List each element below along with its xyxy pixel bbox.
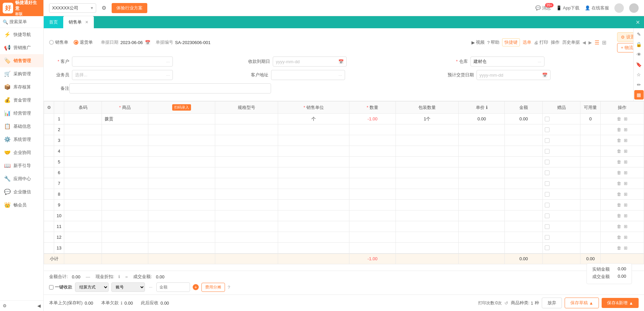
- company-selector[interactable]: XXXXXX公司 ▾: [49, 3, 96, 13]
- trial-button[interactable]: 体验行业方案: [112, 3, 147, 13]
- fee-split-help-icon[interactable]: ?: [228, 285, 230, 290]
- delete-icon[interactable]: 🗑: [617, 224, 621, 229]
- row-spec[interactable]: [215, 210, 278, 221]
- settings-icon[interactable]: ⚙: [100, 3, 108, 12]
- quick-pay-check[interactable]: [49, 285, 53, 289]
- copy-icon[interactable]: ⊞: [624, 170, 628, 175]
- row-barcode[interactable]: [64, 124, 102, 135]
- row-spec[interactable]: [215, 189, 278, 200]
- collapse-icon[interactable]: ◀: [37, 303, 41, 308]
- sidebar-search[interactable]: 🔍 搜索菜单: [0, 16, 43, 28]
- right-eye-icon[interactable]: 👁: [634, 50, 644, 59]
- row-gift[interactable]: [542, 146, 580, 157]
- row-qty[interactable]: [349, 157, 395, 167]
- row-price[interactable]: [459, 232, 505, 243]
- payment-method-select[interactable]: 结算方式: [75, 282, 109, 292]
- list-view-icon[interactable]: ☰: [595, 39, 599, 46]
- row-qty[interactable]: -1.00: [349, 114, 395, 124]
- copy-icon[interactable]: ⊞: [624, 116, 628, 121]
- copy-icon[interactable]: ⊞: [624, 159, 628, 164]
- copy-icon[interactable]: ⊞: [624, 224, 628, 229]
- row-qty[interactable]: [349, 221, 395, 232]
- row-spec[interactable]: [215, 124, 278, 135]
- row-spec[interactable]: [215, 221, 278, 232]
- col-settings[interactable]: ⚙: [44, 102, 54, 114]
- row-pkg-qty[interactable]: 1个: [395, 114, 458, 124]
- row-amount[interactable]: [505, 210, 542, 221]
- row-pkg-qty[interactable]: [395, 135, 458, 146]
- radio-return-order[interactable]: 退货单: [74, 39, 93, 45]
- row-pkg-qty[interactable]: [395, 200, 458, 210]
- row-unit[interactable]: [278, 210, 349, 221]
- sidebar-item-member[interactable]: 👑 畅会员: [0, 198, 43, 211]
- copy-icon[interactable]: ⊞: [624, 192, 628, 197]
- select-btn[interactable]: 选单: [523, 39, 531, 45]
- row-barcode[interactable]: [64, 114, 102, 124]
- row-price[interactable]: [459, 135, 505, 146]
- prev-icon[interactable]: ◀: [582, 40, 586, 45]
- radio-sale-order[interactable]: 销售单: [49, 39, 68, 45]
- row-amount[interactable]: [505, 167, 542, 178]
- row-amount[interactable]: [505, 178, 542, 189]
- sidebar-item-inventory[interactable]: 📦 库存核算: [0, 80, 43, 93]
- sidebar-item-marketing[interactable]: 📢 营销推广: [0, 41, 43, 54]
- row-gift[interactable]: [542, 221, 580, 232]
- tab-home[interactable]: 首页: [44, 16, 63, 28]
- delete-icon[interactable]: 🗑: [617, 213, 621, 218]
- row-price[interactable]: [459, 146, 505, 157]
- row-gift[interactable]: [542, 243, 580, 254]
- row-pkg-qty[interactable]: [395, 124, 458, 135]
- sidebar-item-quick-nav[interactable]: ⚡ 快捷导航: [0, 28, 43, 41]
- row-qty[interactable]: [349, 124, 395, 135]
- row-pkg-qty[interactable]: [395, 232, 458, 243]
- row-pkg-qty[interactable]: [395, 178, 458, 189]
- row-gift[interactable]: [542, 178, 580, 189]
- row-product[interactable]: [102, 189, 148, 200]
- row-gift[interactable]: [542, 167, 580, 178]
- row-spec[interactable]: [215, 243, 278, 254]
- row-gift[interactable]: [542, 157, 580, 167]
- row-amount[interactable]: [505, 157, 542, 167]
- row-product[interactable]: [102, 124, 148, 135]
- recv-date-input[interactable]: yyyy-mm-dd 📅: [273, 56, 347, 67]
- refresh-icon[interactable]: ↺: [504, 301, 508, 306]
- info-icon[interactable]: ℹ: [121, 301, 122, 306]
- online-service-button[interactable]: 👤 在线客服: [585, 5, 609, 11]
- row-amount[interactable]: 0.00: [505, 114, 542, 124]
- shortcut-btn[interactable]: 快捷键: [502, 38, 520, 46]
- row-unit[interactable]: [278, 167, 349, 178]
- delete-icon[interactable]: 🗑: [617, 116, 621, 121]
- row-barcode[interactable]: [64, 178, 102, 189]
- row-pkg-qty[interactable]: [395, 210, 458, 221]
- warehouse-input[interactable]: 建材仓 ···: [470, 56, 544, 67]
- row-unit[interactable]: [278, 135, 349, 146]
- row-pkg-qty[interactable]: [395, 189, 458, 200]
- sidebar-item-basic-info[interactable]: 📋 基础信息: [0, 120, 43, 133]
- row-price[interactable]: 0.00: [459, 114, 505, 124]
- delete-icon[interactable]: 🗑: [617, 127, 621, 132]
- row-product[interactable]: 拨贡: [102, 114, 148, 124]
- row-product[interactable]: [102, 210, 148, 221]
- sidebar-item-wecom[interactable]: 💬 企业微信: [0, 185, 43, 198]
- row-barcode[interactable]: [64, 146, 102, 157]
- help-btn[interactable]: ? 帮助: [487, 39, 499, 45]
- row-qty[interactable]: [349, 232, 395, 243]
- delete-icon[interactable]: 🗑: [617, 170, 621, 175]
- row-price[interactable]: [459, 221, 505, 232]
- delete-icon[interactable]: 🗑: [617, 149, 621, 154]
- avatar[interactable]: [614, 3, 624, 13]
- add-payment-button[interactable]: +: [193, 284, 199, 290]
- video-btn[interactable]: ▶ 视频: [471, 39, 485, 45]
- right-grid-icon[interactable]: ▦: [634, 90, 644, 100]
- row-gift[interactable]: [542, 210, 580, 221]
- close-icon[interactable]: ✕: [85, 20, 88, 25]
- row-amount[interactable]: [505, 221, 542, 232]
- row-barcode[interactable]: [64, 210, 102, 221]
- row-barcode[interactable]: [64, 232, 102, 243]
- row-spec[interactable]: [215, 114, 278, 124]
- row-amount[interactable]: [505, 135, 542, 146]
- row-amount[interactable]: [505, 243, 542, 254]
- row-unit[interactable]: [278, 189, 349, 200]
- row-qty[interactable]: [349, 178, 395, 189]
- row-barcode[interactable]: [64, 135, 102, 146]
